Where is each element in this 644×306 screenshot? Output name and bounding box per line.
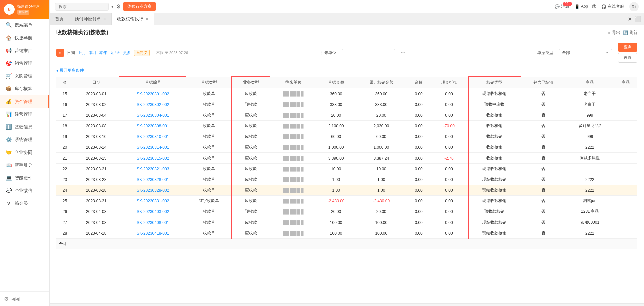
table-row: 272023-04-08SK-20230408-001收款单应收款██████1…	[56, 217, 637, 228]
maximize-icon[interactable]: ⬜	[635, 16, 641, 22]
sidebar-item-hardware[interactable]: 💻 智能硬件	[0, 172, 49, 184]
voucher-type-select[interactable]: 全部 收款单 红字收款单	[559, 49, 612, 56]
sidebar-item-search[interactable]: 🔍 搜索菜单	[0, 19, 49, 32]
sidebar-item-wechat[interactable]: 💬 企业微信	[0, 184, 49, 197]
th-voucher-type[interactable]: 单据类型	[186, 77, 231, 88]
tab-payable-label: 预付冲应付单	[75, 16, 101, 22]
refresh-button[interactable]: 🔄 刷新	[623, 30, 637, 36]
sidebar-item-enterprise[interactable]: 🤝 企业协同	[0, 146, 49, 159]
query-button[interactable]: 查询	[618, 43, 637, 52]
settings-icon[interactable]: ⚙	[116, 3, 121, 10]
voucher-no-link[interactable]: SK-20230408-001	[137, 220, 169, 225]
table-cell: 0.00	[407, 131, 430, 142]
table-cell: ██████	[270, 88, 317, 99]
online-service-button[interactable]: 🎧 在线客服	[601, 4, 624, 9]
date-7days-link[interactable]: 近7天	[110, 50, 120, 56]
sidebar-item-finance[interactable]: 💰 资金管理	[0, 95, 49, 108]
th-amount[interactable]: 单据金额	[317, 77, 356, 88]
voucher-no-link[interactable]: SK-20230302-002	[137, 102, 169, 107]
table-cell: 0.00	[430, 110, 468, 121]
date-more-link[interactable]: 更多	[123, 50, 131, 56]
table-cell: 现结收款核销	[468, 217, 521, 228]
solution-button[interactable]: 体验行业方案	[123, 2, 156, 11]
th-index[interactable]: ⚙	[56, 77, 73, 88]
tab-writeoff-close[interactable]: ✕	[145, 17, 148, 21]
counterpart-filter-input[interactable]	[342, 49, 395, 56]
table-cell: 收款单	[186, 185, 231, 196]
voucher-no-link[interactable]: SK-20230304-001	[137, 113, 169, 118]
th-product2[interactable]: 商品	[614, 77, 637, 88]
voucher-no-link[interactable]: SK-20230328-002	[137, 188, 169, 193]
table-cell: 360.00	[356, 88, 407, 99]
sidebar-item-basic[interactable]: ℹ️ 基础信息	[0, 121, 49, 133]
custom-date-tag[interactable]: 自定义	[134, 50, 150, 56]
table-cell: 2023-03-14	[73, 142, 119, 153]
sidebar-item-purchase[interactable]: 🛒 采购管理	[0, 70, 49, 82]
table-cell: 收款单	[186, 131, 231, 142]
table-cell: 0.00	[430, 228, 468, 239]
voucher-no-link[interactable]: SK-20230301-002	[137, 91, 169, 96]
th-biz-type[interactable]: 业务类型	[231, 77, 270, 88]
table-cell: 2023-03-28	[73, 185, 119, 196]
voucher-no-link[interactable]: SK-20230418-001	[137, 231, 169, 236]
topbar-dropdown-button[interactable]: ▾	[111, 4, 113, 9]
th-writeoff-type[interactable]: 核销类型	[468, 77, 521, 88]
sidebar-item-quicknav[interactable]: 🏠 快捷导航	[0, 32, 49, 44]
horizontal-scrollbar[interactable]	[50, 303, 644, 306]
voucher-no-link[interactable]: SK-20230403-002	[137, 209, 169, 214]
th-product1[interactable]: 商品	[566, 77, 614, 88]
voucher-no-link[interactable]: SK-20230314-001	[137, 145, 169, 150]
date-this-month-link[interactable]: 本月	[89, 50, 97, 56]
voucher-no-link[interactable]: SK-20230310-001	[137, 134, 169, 139]
export-button[interactable]: ⬆ 导出	[607, 30, 620, 36]
tab-home[interactable]: 首页	[50, 13, 69, 25]
sidebar-item-system[interactable]: ⚙️ 系统管理	[0, 133, 49, 146]
app-download-button[interactable]: 📱 App下载	[575, 4, 596, 9]
tab-payable-close[interactable]: ✕	[103, 17, 106, 21]
topbar-search-input[interactable]	[55, 3, 109, 11]
sidebar-item-inventory[interactable]: 📦 库存核算	[0, 82, 49, 95]
table-cell: 否	[521, 185, 566, 196]
filter-dots-icon[interactable]: ···	[401, 50, 405, 56]
th-balance[interactable]: 余额	[407, 77, 430, 88]
sidebar-item-sales[interactable]: 🎯 销售管理	[0, 57, 49, 70]
table-cell: 10.00	[356, 164, 407, 174]
message-button[interactable]: 💬 消息 99+	[555, 4, 569, 9]
table-cell: 否	[521, 121, 566, 131]
table-cell: SK-20230408-001	[119, 217, 186, 228]
user-avatar[interactable]: Rit	[629, 2, 639, 11]
voucher-no-link[interactable]: SK-20230315-002	[137, 156, 169, 161]
settings-bottom-icon[interactable]: ⚙	[4, 296, 9, 302]
table-cell: 0.00	[430, 206, 468, 217]
voucher-no-link[interactable]: SK-20230331-002	[137, 199, 169, 203]
th-date[interactable]: 日期	[73, 77, 119, 88]
date-this-year-link[interactable]: 本年	[99, 50, 107, 56]
expand-more-button[interactable]: ▾ 展开更多条件	[56, 68, 637, 73]
th-include-settled[interactable]: 包含已结清	[521, 77, 566, 88]
voucher-no-link[interactable]: SK-20230328-001	[137, 177, 169, 182]
th-cash-discount[interactable]: 现金折扣	[430, 77, 468, 88]
main-area: ▾ ⚙ 体验行业方案 💬 消息 99+ 📱 App下载 🎧 在线客服 Rit	[50, 0, 644, 306]
voucher-no-link[interactable]: SK-20230308-001	[137, 124, 169, 128]
headset-icon: 🎧	[601, 4, 606, 9]
sidebar-item-guide[interactable]: 📖 新手引导	[0, 159, 49, 172]
th-voucher-no[interactable]: 单据编号	[119, 77, 186, 88]
tab-payable[interactable]: 预付冲应付单 ✕	[69, 13, 112, 25]
table-cell: 0.00	[430, 217, 468, 228]
table-cell: 收款单	[186, 121, 231, 131]
close-window-icon[interactable]: ✕	[628, 16, 632, 22]
sidebar-item-member[interactable]: V 畅会员	[0, 197, 49, 210]
sidebar-item-operations[interactable]: 📊 经营管理	[0, 108, 49, 121]
filter-expand-button[interactable]: »	[56, 49, 64, 57]
sidebar-item-marketing[interactable]: 📢 营销推广	[0, 44, 49, 57]
date-last-month-link[interactable]: 上月	[78, 50, 86, 56]
th-counterpart[interactable]: 往来单位	[270, 77, 317, 88]
th-writeoff-amount[interactable]: 累计核销金额	[356, 77, 407, 88]
table-wrapper[interactable]: ⚙ 日期 单据编号 单据类型 业务类型 往来单位 单据金额 累计核销金额 余额 …	[50, 76, 644, 303]
collapse-icon[interactable]: ◀◀	[11, 296, 19, 302]
filter-settings-button[interactable]: 设置	[618, 53, 637, 63]
sidebar-item-label: 经营管理	[15, 111, 32, 117]
voucher-no-link[interactable]: SK-20230321-003	[137, 167, 169, 171]
tab-writeoff[interactable]: 收款核销执行 ✕	[112, 13, 154, 25]
table-cell: 3,387.24	[356, 153, 407, 164]
